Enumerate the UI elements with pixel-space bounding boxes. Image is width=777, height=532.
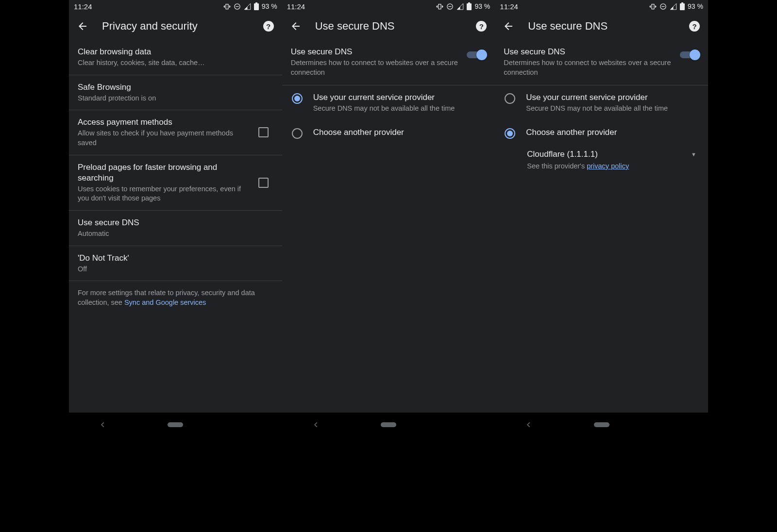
vibrate-icon [649,3,657,10]
dnd-icon [234,3,241,10]
navigation-bar [282,413,495,437]
page-title: Use secure DNS [315,20,472,33]
secure-dns-toggle-row[interactable]: Use secure DNS Determines how to connect… [282,40,495,85]
item-title: Safe Browsing [78,82,268,93]
item-clear-browsing-data[interactable]: Clear browsing data Clear history, cooki… [69,40,282,75]
status-bar: 11:24 93 % [282,0,495,13]
toggle-sub: Determines how to connect to websites ov… [291,58,461,77]
chevron-down-icon: ▼ [691,151,696,157]
dnd-icon [659,3,667,10]
signal-icon [244,3,251,10]
status-battery: 93 % [474,2,490,10]
option-choose-another[interactable]: Choose another provider [495,120,708,146]
arrow-back-icon [290,20,302,32]
vibrate-icon [223,3,231,10]
provider-policy-text: See this provider's privacy policy [495,162,708,177]
status-time: 11:24 [500,2,518,11]
secure-dns-switch[interactable] [467,50,486,60]
option-current-provider[interactable]: Use your current service provider Secure… [282,85,495,120]
battery-icon [254,2,259,10]
option-title: Use your current service provider [526,92,693,103]
back-button[interactable] [499,17,518,36]
vibrate-icon [436,3,443,10]
toggle-title: Use secure DNS [504,47,674,57]
nav-home-pill[interactable] [381,422,396,427]
footer-text: For more settings that relate to privacy… [69,281,282,315]
nav-home-pill[interactable] [168,422,183,427]
app-bar: Privacy and security ? [69,13,282,40]
secure-dns-toggle-row[interactable]: Use secure DNS Determines how to connect… [495,40,708,85]
radio-unselected-icon [505,93,515,104]
item-title: Preload pages for faster browsing and se… [78,162,253,183]
option-choose-another[interactable]: Choose another provider [282,120,495,146]
item-preload-pages[interactable]: Preload pages for faster browsing and se… [69,155,282,211]
help-icon: ? [263,21,274,32]
svg-rect-6 [468,2,470,3]
svg-rect-11 [680,3,685,10]
radio-unselected-icon [292,128,303,139]
item-sub: Clear history, cookies, site data, cache… [78,58,268,68]
status-right: 93 % [436,2,490,10]
pane-secure-dns-custom: 11:24 93 % Use secure DNS ? Use secure D… [495,0,708,437]
toggle-sub: Determines how to connect to websites ov… [504,58,674,77]
sync-services-link[interactable]: Sync and Google services [124,299,206,306]
toggle-title: Use secure DNS [291,47,461,57]
nav-back-icon[interactable] [100,421,106,428]
nav-back-icon[interactable] [525,421,532,428]
help-icon: ? [689,21,700,32]
nav-home-pill[interactable] [594,422,609,427]
dnd-icon [446,3,454,10]
svg-rect-2 [255,2,257,3]
item-access-payment-methods[interactable]: Access payment methods Allow sites to ch… [69,110,282,155]
signal-icon [670,3,677,10]
navigation-bar [69,413,282,437]
item-sub: Automatic [78,229,268,239]
help-button[interactable]: ? [472,17,491,36]
page-title: Privacy and security [102,20,259,33]
status-time: 11:24 [74,2,92,11]
item-sub: Standard protection is on [78,94,268,103]
help-button[interactable]: ? [685,17,704,36]
arrow-back-icon [77,20,88,32]
status-battery: 93 % [262,2,277,10]
status-bar: 11:24 93 % [69,0,282,13]
battery-icon [680,2,685,10]
item-sub: Allow sites to check if you have payment… [78,129,253,148]
provider-selected: Cloudflare (1.1.1.1) [527,150,691,159]
item-use-secure-dns[interactable]: Use secure DNS Automatic [69,211,282,246]
provider-sub-pre: See this provider's [527,162,587,170]
item-safe-browsing[interactable]: Safe Browsing Standard protection is on [69,75,282,111]
status-time: 11:24 [287,2,305,11]
back-button[interactable] [73,17,92,36]
item-title: Use secure DNS [78,217,268,228]
item-sub: Uses cookies to remember your preference… [78,184,253,203]
item-sub: Off [78,265,268,274]
app-bar: Use secure DNS ? [495,13,708,40]
option-sub: Secure DNS may not be available all the … [526,104,693,114]
checkbox[interactable] [258,127,269,137]
svg-rect-10 [681,2,683,3]
option-current-provider[interactable]: Use your current service provider Secure… [495,85,708,120]
option-sub: Secure DNS may not be available all the … [313,104,481,114]
pane-secure-dns-default: 11:24 93 % Use secure DNS ? Use secure D… [282,0,495,437]
radio-selected-icon [292,93,303,104]
secure-dns-switch[interactable] [680,50,699,60]
app-bar: Use secure DNS ? [282,13,495,40]
item-title: 'Do Not Track' [78,253,268,264]
help-button[interactable]: ? [259,17,278,36]
option-title: Use your current service provider [313,92,481,103]
radio-selected-icon [505,128,515,139]
status-right: 93 % [223,2,277,10]
option-title: Choose another provider [313,127,481,138]
privacy-policy-link[interactable]: privacy policy [587,162,629,170]
provider-dropdown[interactable]: Cloudflare (1.1.1.1) ▼ [495,146,708,162]
option-title: Choose another provider [526,127,693,138]
page-title: Use secure DNS [528,20,685,33]
back-button[interactable] [286,17,305,36]
item-do-not-track[interactable]: 'Do Not Track' Off [69,246,282,282]
battery-icon [467,2,472,10]
svg-rect-3 [254,3,259,10]
nav-back-icon[interactable] [313,421,320,428]
item-title: Access payment methods [78,117,253,128]
checkbox[interactable] [258,178,269,188]
